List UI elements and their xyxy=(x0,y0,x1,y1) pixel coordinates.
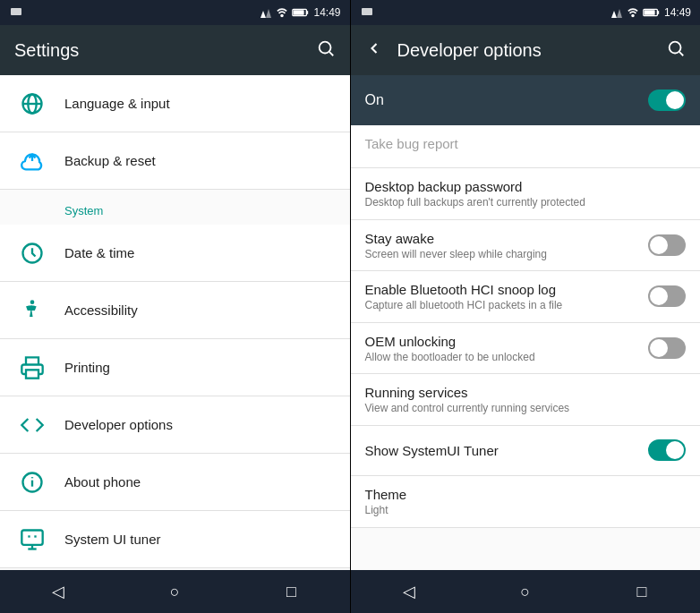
running-services-sublabel: View and control currently running servi… xyxy=(365,402,687,416)
systemui-tuner-label: Show SystemUI Tuner xyxy=(365,441,649,460)
systemui-text: System UI tuner xyxy=(64,530,336,549)
oem-unlocking-label: OEM unlocking xyxy=(365,332,649,351)
notification-icon xyxy=(9,6,23,19)
settings-item-backup[interactable]: Backup & reset xyxy=(0,132,350,190)
on-toggle-row[interactable]: On xyxy=(351,75,701,125)
on-toggle-switch[interactable] xyxy=(648,89,686,111)
stay-awake-text: Stay awake Screen will never sleep while… xyxy=(365,229,649,262)
settings-item-accessibility[interactable]: Accessibility xyxy=(0,282,350,339)
svg-line-8 xyxy=(329,52,333,55)
systemui-label: System UI tuner xyxy=(64,530,336,549)
settings-item-systemui[interactable]: System UI tuner xyxy=(0,511,350,568)
battery-icon-left xyxy=(292,7,310,18)
back-button-left[interactable]: ◁ xyxy=(31,582,85,601)
wifi-icon-right xyxy=(627,7,639,18)
systemui-tuner-thumb xyxy=(666,441,684,459)
stay-awake-label: Stay awake xyxy=(365,229,649,248)
time-left: 14:49 xyxy=(313,6,340,19)
svg-rect-5 xyxy=(307,11,309,14)
oem-unlocking-thumb xyxy=(650,339,668,357)
developer-options-panel: 14:49 Developer options On Take bug repo… xyxy=(351,0,701,613)
stay-awake-thumb xyxy=(650,236,668,254)
settings-item-datetime[interactable]: Date & time xyxy=(0,225,350,282)
oem-unlocking-toggle[interactable] xyxy=(648,337,686,359)
svg-point-7 xyxy=(319,41,330,53)
settings-item-language[interactable]: Language & input xyxy=(0,75,350,132)
dev-options-title: Developer options xyxy=(397,40,667,61)
dev-options-scroll: Take bug report Desktop backup password … xyxy=(351,125,701,570)
printing-label: Printing xyxy=(64,358,336,377)
svg-rect-29 xyxy=(645,10,655,14)
dev-item-theme[interactable]: Theme Light xyxy=(351,476,701,528)
print-icon xyxy=(14,355,50,380)
cloud-upload-icon xyxy=(14,149,50,174)
systemui-tuner-toggle[interactable] xyxy=(648,439,686,461)
back-icon-dev[interactable] xyxy=(365,39,383,62)
svg-point-30 xyxy=(670,41,681,53)
theme-label: Theme xyxy=(365,485,687,504)
bluetooth-hci-toggle[interactable] xyxy=(648,285,686,307)
recents-button-right[interactable]: □ xyxy=(615,583,669,601)
svg-rect-28 xyxy=(657,11,659,14)
svg-rect-23 xyxy=(362,8,372,15)
oem-unlocking-text: OEM unlocking Allow the bootloader to be… xyxy=(365,332,649,365)
backup-label: Backup & reset xyxy=(64,151,336,170)
status-left-icons xyxy=(9,6,23,19)
recents-button-left[interactable]: □ xyxy=(264,583,318,601)
backup-text: Backup & reset xyxy=(64,151,336,170)
status-right-icons: 14:49 xyxy=(260,6,340,19)
datetime-label: Date & time xyxy=(64,243,336,262)
home-button-right[interactable]: ○ xyxy=(499,583,552,601)
battery-icon-right xyxy=(643,7,661,18)
dev-item-bluetooth-hci[interactable]: Enable Bluetooth HCI snoop log Capture a… xyxy=(351,271,701,323)
dev-item-stay-awake[interactable]: Stay awake Screen will never sleep while… xyxy=(351,220,701,272)
dev-toolbar: Developer options xyxy=(351,25,701,75)
dev-item-running-services[interactable]: Running services View and control curren… xyxy=(351,374,701,426)
language-text: Language & input xyxy=(64,94,336,113)
system-section-header: System xyxy=(0,190,350,225)
running-services-text: Running services View and control curren… xyxy=(365,383,687,416)
systemui-tuner-text: Show SystemUI Tuner xyxy=(365,441,649,460)
settings-item-printing[interactable]: Printing xyxy=(0,339,350,396)
accessibility-icon xyxy=(14,298,50,323)
settings-item-developer[interactable]: Developer options xyxy=(0,396,350,454)
stay-awake-sublabel: Screen will never sleep while charging xyxy=(365,248,649,262)
time-right: 14:49 xyxy=(664,6,691,19)
settings-scroll: Language & input Backup & reset System xyxy=(0,75,350,570)
svg-line-31 xyxy=(679,52,683,55)
signal-icon-right xyxy=(610,7,623,18)
svg-marker-1 xyxy=(260,11,266,18)
dev-item-systemui-tuner[interactable]: Show SystemUI Tuner xyxy=(351,426,701,476)
signal-icon xyxy=(260,7,272,18)
status-left-right xyxy=(360,6,374,19)
svg-rect-14 xyxy=(26,370,38,378)
dev-item-oem-unlocking[interactable]: OEM unlocking Allow the bootloader to be… xyxy=(351,323,701,375)
developer-label: Developer options xyxy=(64,415,336,434)
svg-point-26 xyxy=(631,14,634,17)
running-services-label: Running services xyxy=(365,383,687,402)
dev-item-desktop-backup[interactable]: Desktop backup password Desktop full bac… xyxy=(351,168,701,220)
search-icon-right[interactable] xyxy=(666,38,686,63)
svg-marker-24 xyxy=(611,11,617,18)
bug-report-label: Take bug report xyxy=(365,136,687,151)
globe-icon xyxy=(14,91,50,116)
settings-item-about[interactable]: About phone xyxy=(0,454,350,511)
wifi-icon-left xyxy=(276,7,288,18)
bluetooth-hci-sublabel: Capture all bluetooth HCI packets in a f… xyxy=(365,299,649,313)
search-icon-left[interactable] xyxy=(316,38,336,63)
bluetooth-hci-label: Enable Bluetooth HCI snoop log xyxy=(365,280,649,299)
dev-item-bug-report[interactable]: Take bug report xyxy=(351,125,701,168)
accessibility-text: Accessibility xyxy=(64,301,336,319)
desktop-backup-sublabel: Desktop full backups aren't currently pr… xyxy=(365,196,687,210)
svg-marker-2 xyxy=(266,9,271,18)
language-label: Language & input xyxy=(64,94,336,113)
back-button-right[interactable]: ◁ xyxy=(382,582,436,601)
theme-sublabel: Light xyxy=(365,504,687,518)
settings-panel: 14:49 Settings Language & input xyxy=(0,0,351,613)
svg-rect-0 xyxy=(11,8,21,15)
home-button-left[interactable]: ○ xyxy=(148,583,201,601)
svg-marker-25 xyxy=(617,9,622,18)
stay-awake-toggle[interactable] xyxy=(648,234,686,256)
toggle-thumb-on xyxy=(666,91,684,109)
nav-bar-right: ◁ ○ □ xyxy=(351,570,701,613)
